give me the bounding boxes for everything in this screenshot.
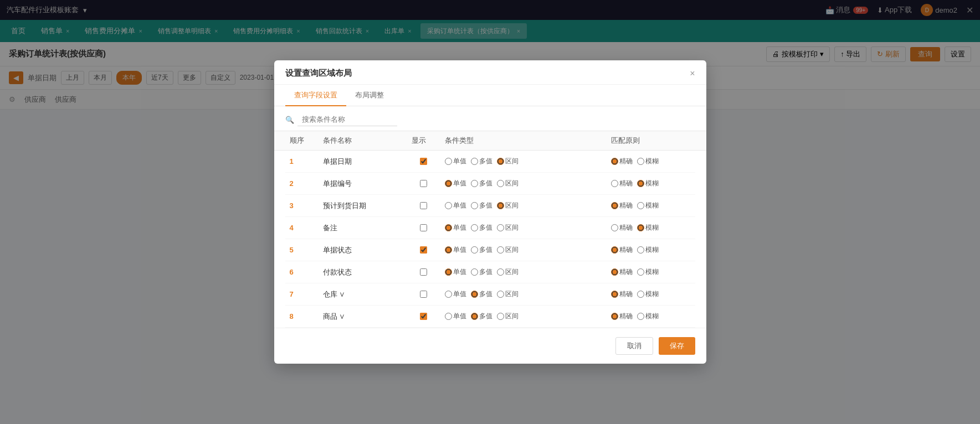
modal-tab-layout[interactable]: 布局调整: [346, 85, 393, 106]
settings-modal: 设置查询区域布局 × 查询字段设置 布局调整 🔍 顺序 条件名称 显示 条件类型…: [274, 60, 706, 110]
modal-tabs: 查询字段设置 布局调整: [274, 85, 706, 106]
modal-tab-layout-label: 布局调整: [355, 91, 384, 99]
modal-search-area: 🔍: [274, 106, 706, 110]
modal-header: 设置查询区域布局 ×: [274, 60, 706, 85]
modal-close-button[interactable]: ×: [690, 69, 695, 79]
modal-title: 设置查询区域布局: [285, 68, 352, 79]
modal-tab-query-label: 查询字段设置: [294, 91, 337, 99]
modal-tab-query[interactable]: 查询字段设置: [285, 85, 346, 106]
modal-overlay: 设置查询区域布局 × 查询字段设置 布局调整 🔍 顺序 条件名称 显示 条件类型…: [0, 0, 980, 110]
